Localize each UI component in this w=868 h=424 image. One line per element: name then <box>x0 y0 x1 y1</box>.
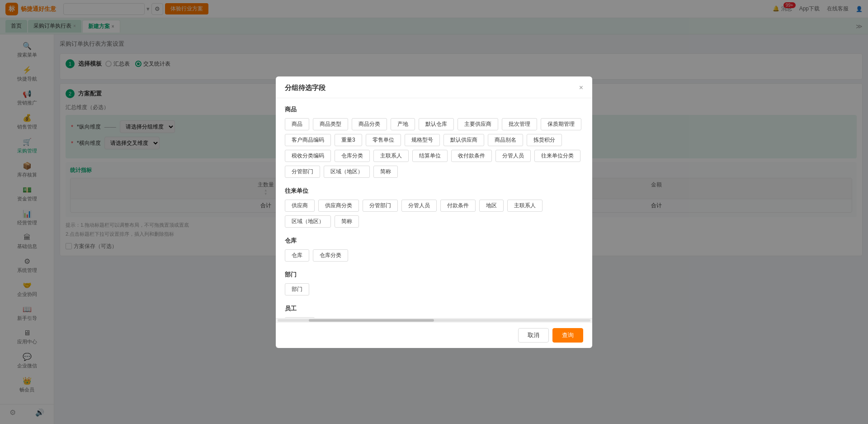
field-tag-goods-0[interactable]: 商品 <box>285 118 309 130</box>
field-tag-goods-21[interactable]: 往来单位分类 <box>534 150 580 162</box>
field-tag-goods-19[interactable]: 收付款条件 <box>451 150 492 162</box>
section-goods-title: 商品 <box>285 105 583 114</box>
field-tag-warehouse-1[interactable]: 仓库分类 <box>313 249 348 262</box>
field-tag-goods-20[interactable]: 分管人员 <box>495 150 531 162</box>
section-goods-tags: 商品 商品类型 商品分类 产地 默认仓库 主要供应商 批次管理 保质期管理 客户… <box>285 118 583 178</box>
confirm-button[interactable]: 查询 <box>552 328 583 343</box>
field-tag-partner-3[interactable]: 分管人员 <box>401 200 437 212</box>
field-tag-goods-7[interactable]: 保质期管理 <box>541 118 581 130</box>
field-tag-partner-0[interactable]: 供应商 <box>285 200 315 212</box>
field-tag-goods-14[interactable]: 拣货积分 <box>527 134 562 146</box>
field-tag-partner-4[interactable]: 付款条件 <box>440 200 476 212</box>
field-tag-partner-6[interactable]: 主联系人 <box>507 200 542 212</box>
field-tag-goods-10[interactable]: 零售单位 <box>366 134 401 146</box>
field-tag-goods-9[interactable]: 重量3 <box>335 134 362 146</box>
section-warehouse-title: 仓库 <box>285 237 583 245</box>
field-tag-warehouse-0[interactable]: 仓库 <box>285 249 309 262</box>
field-tag-goods-3[interactable]: 产地 <box>391 118 415 130</box>
cancel-button[interactable]: 取消 <box>518 328 549 343</box>
section-goods: 商品 商品 商品类型 商品分类 产地 默认仓库 主要供应商 批次管理 保质期管理… <box>285 105 583 178</box>
section-partner-tags: 供应商 供应商分类 分管部门 分管人员 付款条件 地区 主联系人 区域（地区） … <box>285 200 583 228</box>
modal-hscroll-track <box>278 319 590 322</box>
field-tag-goods-23[interactable]: 区域（地区） <box>324 166 370 178</box>
modal-footer: 取消 查询 <box>276 322 592 348</box>
section-partner-title: 往来单位 <box>285 187 583 195</box>
field-tag-partner-8[interactable]: 简称 <box>335 215 359 228</box>
field-tag-goods-22[interactable]: 分管部门 <box>285 166 320 178</box>
section-dept-tags: 部门 <box>285 283 583 295</box>
field-tag-partner-2[interactable]: 分管部门 <box>363 200 398 212</box>
field-tag-goods-17[interactable]: 主联系人 <box>373 150 409 162</box>
section-partner: 往来单位 供应商 供应商分类 分管部门 分管人员 付款条件 地区 主联系人 区域… <box>285 187 583 228</box>
field-tag-goods-4[interactable]: 默认仓库 <box>419 118 454 130</box>
field-tag-goods-16[interactable]: 仓库分类 <box>335 150 370 162</box>
section-warehouse: 仓库 仓库 仓库分类 <box>285 237 583 262</box>
section-staff: 员工 业务员 <box>285 305 583 318</box>
section-warehouse-tags: 仓库 仓库分类 <box>285 249 583 262</box>
modal-overlay: 分组待选字段 × 商品 商品 商品类型 商品分类 产地 默认仓库 主要供应商 批… <box>0 0 868 424</box>
field-tag-goods-2[interactable]: 商品分类 <box>352 118 387 130</box>
field-tag-goods-13[interactable]: 商品别名 <box>488 134 523 146</box>
field-tag-goods-6[interactable]: 批次管理 <box>502 118 537 130</box>
modal-title: 分组待选字段 <box>285 84 326 92</box>
modal-body: 商品 商品 商品类型 商品分类 产地 默认仓库 主要供应商 批次管理 保质期管理… <box>276 98 592 318</box>
field-tag-goods-24[interactable]: 简称 <box>373 166 398 178</box>
field-tag-partner-5[interactable]: 地区 <box>479 200 504 212</box>
modal-hscroll-thumb <box>309 319 434 322</box>
field-tag-goods-8[interactable]: 客户商品编码 <box>285 134 331 146</box>
field-tag-dept-0[interactable]: 部门 <box>285 283 309 295</box>
field-tag-goods-18[interactable]: 结算单位 <box>412 150 448 162</box>
field-tag-partner-7[interactable]: 区域（地区） <box>285 215 331 228</box>
field-tag-goods-11[interactable]: 规格型号 <box>405 134 440 146</box>
field-tag-goods-12[interactable]: 默认供应商 <box>443 134 484 146</box>
section-dept: 部门 部门 <box>285 271 583 295</box>
section-dept-title: 部门 <box>285 271 583 279</box>
modal-horizontal-scrollbar[interactable] <box>276 318 592 322</box>
section-staff-title: 员工 <box>285 305 583 313</box>
modal: 分组待选字段 × 商品 商品 商品类型 商品分类 产地 默认仓库 主要供应商 批… <box>276 76 592 348</box>
modal-header: 分组待选字段 × <box>276 76 592 98</box>
field-tag-goods-15[interactable]: 税收分类编码 <box>285 150 331 162</box>
field-tag-partner-1[interactable]: 供应商分类 <box>318 200 359 212</box>
field-tag-goods-1[interactable]: 商品类型 <box>313 118 348 130</box>
field-tag-goods-5[interactable]: 主要供应商 <box>458 118 498 130</box>
modal-close-button[interactable]: × <box>579 84 583 92</box>
